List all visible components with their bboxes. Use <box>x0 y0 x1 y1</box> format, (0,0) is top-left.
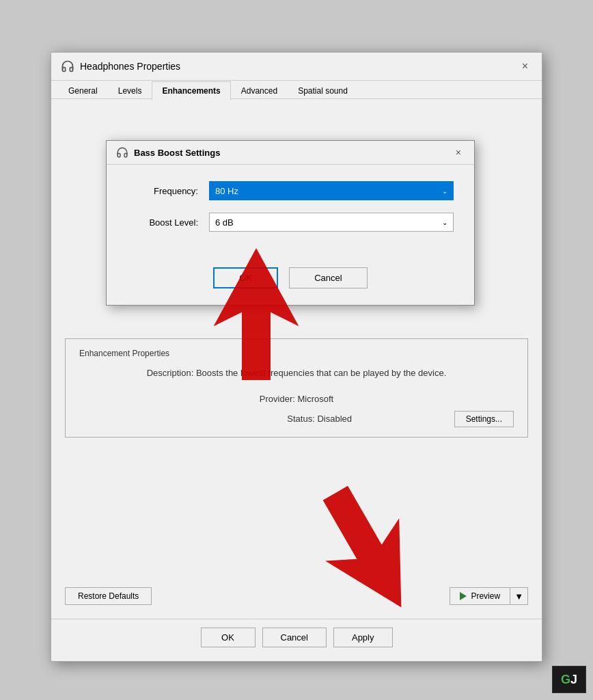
dialog-cancel-button[interactable]: Cancel <box>289 267 367 288</box>
dialog-headphone-icon <box>116 146 128 159</box>
dialog-ok-button[interactable]: OK <box>213 267 278 288</box>
preview-group: Preview ▼ <box>450 587 528 605</box>
dialog-body: Frequency: 80 Hz ⌄ Boost Level: 6 dB ⌄ <box>107 165 474 260</box>
main-window-close-button[interactable]: × <box>518 59 532 73</box>
tab-levels[interactable]: Levels <box>108 81 152 100</box>
tabs-bar: General Levels Enhancements Advanced Spa… <box>51 81 542 99</box>
main-window-title: Headphones Properties <box>80 61 180 72</box>
preview-label: Preview <box>471 591 500 601</box>
restore-defaults-button[interactable]: Restore Defaults <box>65 587 152 605</box>
enhancement-props-label: Enhancement Properties <box>79 349 514 358</box>
frequency-select[interactable]: 80 Hz ⌄ <box>209 181 454 200</box>
main-content: Bass Boost Settings × Frequency: 80 Hz ⌄… <box>51 99 542 578</box>
status-text: Status: Disabled <box>246 414 454 424</box>
frequency-dropdown-arrow: ⌄ <box>442 187 447 195</box>
title-bar: Headphones Properties × <box>51 53 542 81</box>
play-icon <box>460 592 467 600</box>
tab-enhancements[interactable]: Enhancements <box>152 81 230 100</box>
title-bar-left: Headphones Properties <box>61 59 180 73</box>
logo-g: G <box>561 673 570 687</box>
main-cancel-button[interactable]: Cancel <box>262 628 327 647</box>
enhancement-description: Description: Boosts the lowest frequenci… <box>79 366 514 380</box>
dialog-title-left: Bass Boost Settings <box>116 146 220 159</box>
dialog-close-button[interactable]: × <box>452 146 465 159</box>
main-ok-button[interactable]: OK <box>201 628 256 647</box>
settings-button[interactable]: Settings... <box>454 411 514 427</box>
tab-advanced[interactable]: Advanced <box>231 81 288 100</box>
dialog-title-bar: Bass Boost Settings × <box>107 141 474 165</box>
boost-level-label: Boost Level: <box>127 217 209 228</box>
tab-general[interactable]: General <box>58 81 108 100</box>
boost-level-dropdown-arrow: ⌄ <box>442 219 447 226</box>
gj-logo: GJ <box>552 666 586 693</box>
frequency-row: Frequency: 80 Hz ⌄ <box>127 181 454 200</box>
dialog-actions: OK Cancel <box>107 260 474 305</box>
main-footer: Restore Defaults Preview ▼ <box>51 578 542 619</box>
frequency-value: 80 Hz <box>215 186 442 196</box>
boost-level-row: Boost Level: 6 dB ⌄ <box>127 213 454 232</box>
logo-j: J <box>570 673 577 687</box>
preview-dropdown-arrow: ▼ <box>514 591 523 602</box>
enhancement-status-row: Status: Disabled Settings... <box>79 411 514 427</box>
preview-dropdown[interactable]: ▼ <box>510 587 528 605</box>
enhancement-properties: Enhancement Properties Description: Boos… <box>65 338 528 438</box>
dialog-footer: OK Cancel Apply <box>51 619 542 661</box>
boost-level-value: 6 dB <box>215 217 442 228</box>
boost-level-select[interactable]: 6 dB ⌄ <box>209 213 454 232</box>
frequency-label: Frequency: <box>127 186 209 196</box>
main-window: Headphones Properties × General Levels E… <box>51 52 542 662</box>
main-apply-button[interactable]: Apply <box>333 628 393 647</box>
headphone-icon <box>61 59 74 73</box>
dialog-title-text: Bass Boost Settings <box>134 148 220 158</box>
bass-boost-dialog: Bass Boost Settings × Frequency: 80 Hz ⌄… <box>106 140 475 306</box>
tab-spatial-sound[interactable]: Spatial sound <box>288 81 358 100</box>
preview-button[interactable]: Preview <box>450 587 510 605</box>
provider-text: Provider: Microsoft <box>79 394 514 404</box>
